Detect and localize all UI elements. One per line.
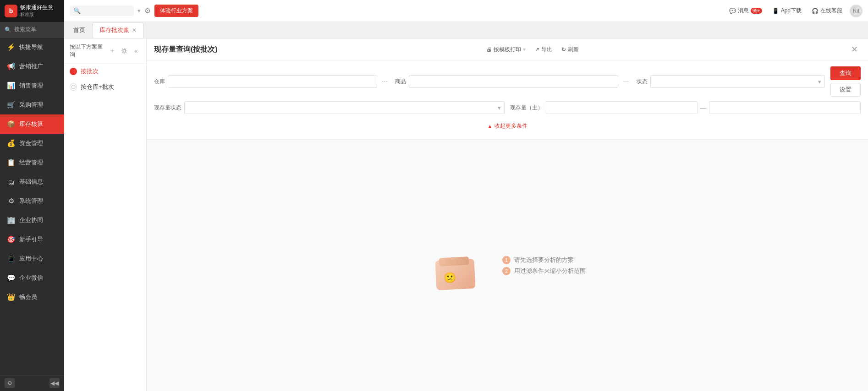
messages-btn[interactable]: 💬 消息 99+: [726, 5, 765, 16]
topbar-search-icon: 🔍: [73, 7, 81, 14]
empty-box-flap: [439, 256, 469, 266]
sidebar-settings-btn[interactable]: ⚙: [5, 378, 15, 388]
warehouse-more-btn[interactable]: ···: [380, 77, 390, 86]
tab-inventory-batch[interactable]: 库存批次账 ✕: [93, 22, 143, 38]
stock-status-select-wrapper: [184, 101, 505, 114]
stock-qty-filter: 现存量（主） —: [510, 101, 861, 114]
sidebar-item-enterprise[interactable]: 🏢 企业协同: [0, 211, 64, 230]
svg-point-2: [71, 85, 75, 89]
left-panel-title: 按以下方案查询: [70, 43, 108, 59]
online-service-btn[interactable]: 🎧 在线客服: [809, 5, 845, 16]
export-icon: ↗: [535, 46, 539, 53]
left-panel-header: 按以下方案查询 ＋ «: [64, 38, 146, 64]
warehouse-input[interactable]: [168, 75, 377, 88]
collapse-left-panel-btn[interactable]: «: [132, 46, 141, 55]
left-panel: 按以下方案查询 ＋ « 按批次: [64, 38, 147, 391]
query-btn[interactable]: 查询: [830, 66, 861, 80]
finance-icon: 💰: [6, 139, 16, 148]
member-icon: 👑: [6, 293, 16, 302]
stock-qty-dash: —: [700, 104, 706, 111]
sidebar-item-label: 采购管理: [19, 101, 43, 109]
empty-tip-2: 2 用过滤条件来缩小分析范围: [502, 267, 586, 275]
sidebar-item-system[interactable]: ⚙ 系统管理: [0, 191, 64, 211]
sidebar-item-label: 企业微信: [19, 274, 43, 282]
status-filter: 状态: [637, 75, 825, 88]
filter-settings-btn[interactable]: 设置: [830, 83, 861, 97]
app-download-icon: 📱: [772, 8, 779, 14]
scheme-inactive-dot: [70, 83, 77, 91]
topbar-settings-btn[interactable]: ⚙: [144, 6, 151, 15]
tab-home[interactable]: 首页: [67, 22, 92, 38]
topbar-search-input[interactable]: [82, 8, 119, 14]
sidebar-collapse-btn[interactable]: ◀◀: [49, 378, 60, 388]
print-btn[interactable]: 🖨 按模板打印 ▾: [483, 44, 528, 55]
user-name: Rit: [853, 8, 860, 14]
print-dropdown-icon[interactable]: ▾: [523, 46, 526, 53]
sidebar-item-member[interactable]: 👑 畅会员: [0, 288, 64, 307]
user-avatar[interactable]: Rit: [850, 5, 863, 17]
experience-btn[interactable]: 体验行业方案: [154, 5, 198, 17]
topbar-search-box[interactable]: 🔍: [70, 5, 134, 16]
add-scheme-btn[interactable]: ＋: [108, 46, 117, 55]
service-icon: 🎧: [812, 8, 819, 14]
left-panel-header-icons: ＋ «: [108, 46, 141, 55]
topbar-actions: 💬 消息 99+ 📱 App下载 🎧 在线客服 Rit: [726, 5, 863, 17]
right-panel: 现存量查询(按批次) 🖨 按模板打印 ▾ ↗ 导出 ↻ 刷新: [147, 38, 868, 391]
search-icon: 🔍: [5, 27, 11, 33]
sidebar-item-marketing[interactable]: 📢 营销推广: [0, 57, 64, 76]
refresh-icon: ↻: [561, 46, 566, 53]
sidebar-item-label: 企业协同: [19, 216, 43, 224]
collapse-more-label: 收起更多条件: [494, 122, 527, 130]
stock-qty-min-input[interactable]: [546, 101, 698, 114]
sidebar-nav: ⚡ 快捷导航 📢 营销推广 📊 销售管理 🛒 采购管理 📦 库存核算 💰 资金管…: [0, 38, 64, 375]
inventory-icon: 📦: [6, 119, 16, 129]
print-label: 按模板打印: [494, 46, 521, 54]
refresh-btn[interactable]: ↻ 刷新: [559, 44, 582, 55]
sidebar-item-newbie[interactable]: 🎯 新手引导: [0, 230, 64, 249]
sidebar-item-label: 应用中心: [19, 255, 43, 263]
sidebar-item-operation[interactable]: 📋 经营管理: [0, 153, 64, 172]
company-name: 畅康通好生意: [20, 4, 53, 11]
scheme-item-batch[interactable]: 按批次: [64, 64, 146, 79]
sidebar-item-basic[interactable]: 🗂 基础信息: [0, 172, 64, 191]
stock-qty-max-input[interactable]: [709, 101, 861, 114]
export-btn[interactable]: ↗ 导出: [532, 44, 555, 55]
sidebar-item-label: 经营管理: [19, 158, 43, 167]
sidebar-item-label: 基础信息: [19, 178, 43, 186]
sidebar-item-app-center[interactable]: 📱 应用中心: [0, 249, 64, 268]
stock-status-filter: 现存量状态: [154, 101, 505, 114]
page-title: 现存量查询(按批次): [154, 45, 218, 54]
scheme-batch-label: 按批次: [81, 67, 99, 76]
tab-close-btn[interactable]: ✕: [132, 27, 137, 33]
status-select-wrapper: [650, 75, 825, 88]
sidebar-item-label: 库存核算: [19, 120, 43, 128]
product-more-btn[interactable]: ···: [621, 77, 631, 86]
app-info: 畅康通好生意 标准版: [20, 4, 53, 18]
warehouse-label: 仓库: [154, 78, 165, 86]
scheme-settings-btn[interactable]: [120, 46, 129, 55]
sidebar-item-quick-nav[interactable]: ⚡ 快捷导航: [0, 38, 64, 57]
scheme-item-warehouse-batch[interactable]: 按仓库+批次: [64, 79, 146, 95]
scheme-active-dot: [70, 68, 77, 75]
sidebar-item-sales[interactable]: 📊 销售管理: [0, 76, 64, 95]
topbar-dropdown-icon[interactable]: ▾: [137, 7, 141, 14]
system-icon: ⚙: [6, 196, 16, 206]
operation-icon: 📋: [6, 158, 16, 167]
sidebar-item-purchase[interactable]: 🛒 采购管理: [0, 95, 64, 114]
empty-state: 😕 1 请先选择要分析的方案 2 用过滤条件来缩小分析范围: [147, 140, 868, 391]
stock-status-select[interactable]: [184, 101, 505, 114]
empty-tip-1: 1 请先选择要分析的方案: [502, 256, 586, 264]
collapse-more-btn[interactable]: ▲ 收起更多条件: [154, 119, 861, 134]
sidebar: b 畅康通好生意 标准版 🔍 搜索菜单 ⚡ 快捷导航 📢 营销推广 📊 销售管理…: [0, 0, 64, 391]
sidebar-item-finance[interactable]: 💰 资金管理: [0, 134, 64, 153]
sidebar-item-label: 营销推广: [19, 62, 43, 71]
app-download-btn[interactable]: 📱 App下载: [769, 5, 804, 16]
sidebar-item-weixin[interactable]: 💬 企业微信: [0, 268, 64, 288]
product-input[interactable]: [409, 75, 618, 88]
sidebar-item-inventory[interactable]: 📦 库存核算: [0, 114, 64, 134]
status-select[interactable]: [650, 75, 825, 88]
tip-2-text: 用过滤条件来缩小分析范围: [514, 267, 586, 275]
close-panel-btn[interactable]: ✕: [848, 43, 861, 56]
tab-bar: 首页 库存批次账 ✕: [64, 22, 868, 38]
sidebar-search[interactable]: 🔍 搜索菜单: [0, 22, 64, 38]
